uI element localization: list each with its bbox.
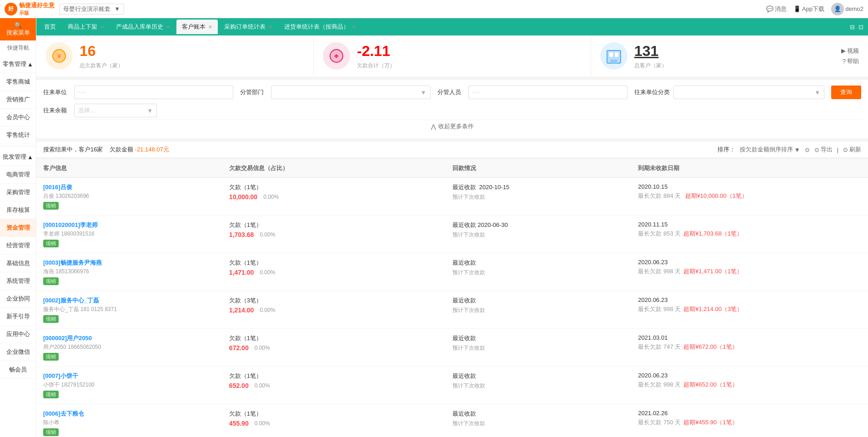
right-panel: 首页 商品上下架 ✕ 产成品入库单历史 ✕ 客户账本 ✕ 采购订单统计表 ✕: [36, 18, 868, 437]
app-download-btn[interactable]: 📱 App下载: [793, 5, 824, 13]
debt-amount-0[interactable]: 10,000.00: [229, 193, 257, 201]
tab-purchase-stats[interactable]: 采购订单统计表 ✕: [219, 20, 278, 34]
customer-tag-2: 现销: [43, 277, 59, 285]
tab-close-3[interactable]: ✕: [208, 24, 212, 30]
avatar: 👤: [831, 3, 844, 15]
sidebar-divider-1: [0, 146, 36, 146]
debt-amount-6[interactable]: 455.90: [229, 420, 249, 427]
sidebar-item-member[interactable]: 畅会员: [0, 361, 36, 379]
debt-cell-4: 欠款（1笔） 672.00 0.00%: [229, 334, 452, 352]
divider: |: [837, 146, 838, 153]
export-button[interactable]: ⊙ 导出: [814, 146, 833, 154]
refresh-button[interactable]: ⊙ 刷新: [843, 146, 861, 154]
sidebar-item-inventory[interactable]: 库存核算: [0, 201, 36, 219]
tab-stock-history[interactable]: 产成品入库单历史 ✕: [110, 20, 176, 34]
customer-name-3[interactable]: [0002]服务中心_丁磊: [43, 296, 229, 305]
sidebar-item-app-center[interactable]: 应用中心: [0, 326, 36, 343]
customer-cell-0: [0016]吕俊 吕俊 13026203696 现销: [43, 183, 229, 210]
sidebar-item-basic-info[interactable]: 基础信息: [0, 255, 36, 272]
message-btn[interactable]: 💬 消息: [766, 5, 787, 13]
quick-nav[interactable]: 快捷导航: [0, 40, 36, 55]
video-btn[interactable]: ▶ 视频: [841, 47, 859, 55]
overdue-amount-3[interactable]: 超期¥1,214.00（3笔）: [683, 306, 743, 312]
debt-amount-5[interactable]: 652.00: [229, 382, 249, 389]
summary-cards: ¥ 16 总欠款客户（家） ❖ -2.11 欠款合计（万）: [36, 35, 868, 76]
filter-category: 往来单位分类 ▼: [634, 85, 824, 99]
help-icon: ?: [843, 58, 846, 65]
tab-minimize-icon[interactable]: ⊟: [850, 24, 855, 30]
company-selector[interactable]: 母婴行业演示账套 ▼: [59, 4, 124, 15]
debt-cell-3: 欠款（3笔） 1,214.00 0.00%: [229, 296, 452, 314]
customer-name-0[interactable]: [0016]吕俊: [43, 183, 229, 191]
debt-cell-2: 欠款（1笔） 1,471.00 0.00%: [229, 259, 452, 276]
sidebar-item-ecommerce[interactable]: 电商管理: [0, 166, 36, 184]
customer-cell-1: [0001020001]李老师 李老师 18600391516 现销: [43, 221, 229, 247]
sidebar-item-purchase-mgmt[interactable]: 采购管理: [0, 184, 36, 201]
customer-phone-6: 陈小希: [43, 419, 229, 427]
sidebar-item-retail-mall[interactable]: 零售商城: [0, 73, 36, 91]
source-unit-input[interactable]: ···: [74, 85, 233, 99]
person-input[interactable]: ···: [468, 85, 627, 99]
table-row: [0007]小饼干 小饼干 18279152100 现销 欠款（1笔） 652.…: [36, 367, 868, 404]
sidebar-item-member-center[interactable]: 会员中心: [0, 109, 36, 126]
query-button[interactable]: 查询: [831, 85, 861, 99]
tab-product-shelf[interactable]: 商品上下架 ✕: [62, 20, 110, 34]
debt-amount-1[interactable]: 1,703.68: [229, 231, 254, 238]
customer-name-2[interactable]: [0003]畅捷服务尹海燕: [43, 259, 229, 267]
sidebar-search[interactable]: 🔍 搜索菜单: [0, 18, 36, 40]
customer-name-4[interactable]: [000002]用户2050: [43, 334, 229, 342]
tab-customer-account[interactable]: 客户账本 ✕: [176, 20, 218, 34]
sidebar-item-wechat[interactable]: 企业微信: [0, 343, 36, 361]
overdue-amount-1[interactable]: 超期¥1,703.68（1笔）: [683, 230, 743, 237]
tab-home[interactable]: 首页: [39, 20, 61, 34]
help-btn[interactable]: ? 帮助: [843, 57, 859, 65]
tab-close-1[interactable]: ✕: [100, 24, 104, 30]
due-cell-6: 2021.02.26 最长欠款 750 天超期¥455.90（1笔）: [638, 410, 861, 427]
due-cell-4: 2021.03.01 最长欠款 747 天超期¥672.00（1笔）: [638, 334, 861, 351]
search-icon: 🔍: [15, 22, 22, 29]
debt-cell-0: 欠款（1笔） 10,000.00 0.00%: [229, 183, 452, 201]
overdue-amount-4[interactable]: 超期¥672.00（1笔）: [683, 343, 738, 350]
debt-amount-2[interactable]: 1,471.00: [229, 269, 254, 276]
sidebar-item-enterprise-collab[interactable]: 企业协同: [0, 290, 36, 308]
sidebar-item-beginner[interactable]: 新手引导: [0, 308, 36, 326]
sidebar-item-finance[interactable]: 资金管理: [0, 219, 36, 237]
dept-select[interactable]: ▼: [271, 85, 430, 99]
customer-name-5[interactable]: [0007]小饼干: [43, 372, 229, 380]
category-select[interactable]: ▼: [673, 85, 824, 99]
tab-bar-actions: ⊟ ⊡: [848, 24, 866, 30]
collapse-button[interactable]: ⋀ 收起更多条件: [43, 120, 861, 133]
balance-select[interactable]: 选择... ▼: [74, 104, 157, 117]
tab-maximize-icon[interactable]: ⊡: [858, 24, 863, 30]
export-icon: ⊙: [814, 146, 819, 153]
tab-close-5[interactable]: ✕: [352, 24, 356, 30]
debt-amount-4[interactable]: 672.00: [229, 344, 249, 352]
main-layout: 🔍 搜索菜单 快捷导航 零售管理 ▲ 零售商城 营销推广 会员中心: [0, 18, 868, 437]
tab-close-4[interactable]: ✕: [268, 24, 272, 30]
overdue-amount-6[interactable]: 超期¥455.90（1笔）: [683, 419, 738, 426]
user-profile[interactable]: 👤 demo2: [831, 3, 863, 15]
sidebar-item-operations[interactable]: 经营管理: [0, 237, 36, 255]
overdue-amount-0[interactable]: 超期¥10,000.00（1笔）: [685, 192, 748, 199]
app-icon: 📱: [793, 5, 801, 12]
overdue-amount-5[interactable]: 超期¥652.00（1笔）: [683, 381, 738, 388]
tab-stock-stats[interactable]: 进货单统计表（按商品） ✕: [279, 20, 361, 34]
payback-cell-2: 最近收款 预计下次收款: [452, 259, 638, 276]
sidebar-nav: 零售管理 ▲ 零售商城 营销推广 会员中心 零售统计 批发管理: [0, 55, 36, 379]
logo: 好 畅捷通好生意 示版: [5, 1, 55, 16]
overdue-amount-2[interactable]: 超期¥1,471.00（1笔）: [683, 268, 743, 275]
sidebar-item-marketing[interactable]: 营销推广: [0, 91, 36, 109]
sidebar-item-retail-mgmt[interactable]: 零售管理 ▲: [0, 55, 36, 73]
sidebar: 🔍 搜索菜单 快捷导航 零售管理 ▲ 零售商城 营销推广 会员中心: [0, 18, 36, 437]
customer-name-6[interactable]: [0006]去下粮仓: [43, 410, 229, 418]
sidebar-item-system-mgmt[interactable]: 系统管理: [0, 272, 36, 290]
debt-amount-3[interactable]: 1,214.00: [229, 306, 254, 314]
tab-close-2[interactable]: ✕: [166, 24, 170, 30]
customer-name-1[interactable]: [0001020001]李老师: [43, 221, 229, 229]
customer-phone-0: 吕俊 13026203696: [43, 192, 229, 200]
top-bar-left: 好 畅捷通好生意 示版 母婴行业演示账套 ▼: [5, 1, 124, 16]
sidebar-item-wholesale-mgmt[interactable]: 批发管理 ▲: [0, 148, 36, 166]
sort-dropdown[interactable]: 按欠款金额倒序排序 ▼: [740, 146, 800, 154]
content-area: ¥ 16 总欠款客户（家） ❖ -2.11 欠款合计（万）: [36, 35, 868, 437]
sidebar-item-retail-stats[interactable]: 零售统计: [0, 126, 36, 144]
